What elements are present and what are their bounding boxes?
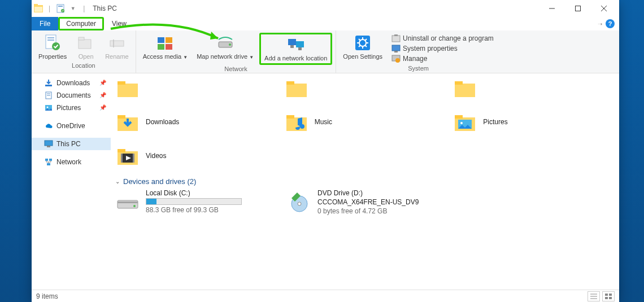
pictures-folder-icon <box>452 110 477 134</box>
folders-section: Downloads Music Pictures Videos <box>115 73 615 170</box>
svg-rect-83 <box>605 294 608 296</box>
drive-name: DVD Drive (D:) <box>317 189 419 197</box>
navigation-sidebar: Downloads 📌 Documents 📌 Pictures 📌 OneDr… <box>32 73 111 290</box>
documents-icon <box>44 91 53 100</box>
add-network-location-button[interactable]: Add a network location <box>259 33 332 65</box>
ribbon-collapse-icon[interactable]: ➝ <box>598 21 602 27</box>
svg-rect-56 <box>118 81 125 85</box>
sidebar-item-pictures[interactable]: Pictures 📌 <box>32 102 111 114</box>
svg-rect-1 <box>34 4 38 6</box>
svg-rect-14 <box>79 40 91 49</box>
svg-rect-59 <box>455 84 475 97</box>
help-icon[interactable]: ? <box>606 19 615 28</box>
drives-section: Local Disk (C:) 88.3 GB free of 99.3 GB … <box>115 189 615 215</box>
folder-item-partial2[interactable] <box>284 73 446 103</box>
ribbon-group-location: Properties Open Rename Location <box>32 30 136 73</box>
access-media-button[interactable]: Access media ▼ <box>140 33 191 62</box>
svg-rect-64 <box>286 115 294 119</box>
dvd-drive-icon <box>287 189 312 214</box>
this-pc-icon <box>44 139 53 148</box>
drive-item-dvd-d[interactable]: DVD Drive (D:) CCCOMA_X64FRE_EN-US_DV9 0… <box>287 189 445 215</box>
title-bar: | ▼ | This PC <box>32 0 619 17</box>
tab-view[interactable]: View <box>104 17 134 30</box>
maximize-button[interactable] <box>565 0 591 17</box>
folder-item-videos[interactable]: Videos <box>115 141 277 170</box>
properties-button[interactable]: Properties <box>35 33 70 62</box>
status-bar: 9 items <box>32 290 619 302</box>
close-button[interactable] <box>591 0 617 17</box>
svg-rect-51 <box>47 146 50 147</box>
svg-rect-19 <box>166 37 172 43</box>
devices-section-header[interactable]: ⌄ Devices and drives (2) <box>115 177 615 186</box>
folder-icon <box>115 76 140 100</box>
minimize-button[interactable] <box>539 0 565 17</box>
svg-rect-11 <box>47 37 54 38</box>
pictures-icon <box>44 103 53 112</box>
settings-gear-icon <box>354 34 372 52</box>
folder-item-partial3[interactable] <box>452 73 615 103</box>
svg-rect-84 <box>609 294 612 296</box>
drive-free: 88.3 GB free of 99.3 GB <box>146 206 242 214</box>
ribbon: Properties Open Rename Location <box>32 30 619 73</box>
system-props-icon <box>391 44 401 53</box>
folder-label: Pictures <box>483 118 507 126</box>
svg-rect-39 <box>394 34 398 36</box>
pin-icon: 📌 <box>99 92 106 98</box>
folder-item-music[interactable]: Music <box>284 107 446 137</box>
pin-icon: 📌 <box>99 104 106 111</box>
tab-computer[interactable]: Computer <box>58 17 104 30</box>
manage-icon <box>391 54 401 63</box>
map-network-drive-button[interactable]: Map network drive ▼ <box>193 33 257 62</box>
svg-rect-21 <box>166 44 172 50</box>
drive-item-local-disk-c[interactable]: Local Disk (C:) 88.3 GB free of 99.3 GB <box>115 189 273 215</box>
sidebar-item-onedrive[interactable]: OneDrive <box>32 120 111 132</box>
sidebar-item-downloads[interactable]: Downloads 📌 <box>32 77 111 89</box>
onedrive-icon <box>44 121 53 130</box>
qat-dropdown-icon[interactable]: ▼ <box>68 4 77 13</box>
manage-button[interactable]: Manage <box>391 54 494 63</box>
svg-rect-26 <box>290 45 294 48</box>
svg-rect-72 <box>121 154 123 163</box>
svg-rect-41 <box>394 51 398 52</box>
open-settings-button[interactable]: Open Settings <box>340 33 386 62</box>
svg-rect-62 <box>118 115 125 119</box>
uninstall-program-button[interactable]: Uninstall or change a program <box>391 34 494 43</box>
sidebar-item-documents[interactable]: Documents 📌 <box>32 89 111 102</box>
properties-icon <box>43 34 62 52</box>
ribbon-group-network: Access media ▼ Map network drive ▼ Add a… <box>136 30 337 73</box>
qat-properties-icon[interactable] <box>56 4 65 13</box>
folder-label: Music <box>315 118 332 126</box>
add-network-location-icon <box>287 36 305 54</box>
sidebar-item-network[interactable]: Network <box>32 156 111 168</box>
folder-item-downloads[interactable]: Downloads <box>115 107 277 137</box>
view-details-button[interactable] <box>588 291 600 301</box>
sidebar-item-this-pc[interactable]: This PC <box>32 138 111 150</box>
svg-point-77 <box>133 205 136 207</box>
folder-item-pictures[interactable]: Pictures <box>452 107 615 137</box>
downloads-icon <box>44 78 53 87</box>
svg-rect-40 <box>392 45 400 51</box>
folder-item-partial1[interactable] <box>115 73 277 103</box>
open-icon <box>77 34 95 52</box>
pin-icon: 📌 <box>99 80 106 86</box>
svg-rect-73 <box>133 154 134 163</box>
tab-file[interactable]: File <box>32 17 58 30</box>
videos-folder-icon <box>115 143 140 168</box>
uninstall-icon <box>391 34 401 43</box>
music-folder-icon <box>284 110 309 134</box>
system-properties-button[interactable]: System properties <box>391 44 494 53</box>
svg-rect-53 <box>49 159 52 161</box>
svg-rect-25 <box>296 41 304 47</box>
svg-rect-12 <box>47 40 54 41</box>
content-pane[interactable]: Downloads Music Pictures Videos ⌄ Device… <box>111 73 619 290</box>
svg-rect-58 <box>286 81 294 85</box>
folder-icon <box>284 76 309 100</box>
svg-rect-55 <box>118 84 138 97</box>
drive-label: CCCOMA_X64FRE_EN-US_DV9 <box>317 198 419 206</box>
view-icons-button[interactable] <box>602 291 615 301</box>
svg-rect-85 <box>605 297 608 299</box>
svg-rect-57 <box>286 84 307 97</box>
svg-rect-4 <box>58 6 63 7</box>
svg-rect-15 <box>79 37 84 40</box>
map-drive-icon <box>216 34 234 52</box>
